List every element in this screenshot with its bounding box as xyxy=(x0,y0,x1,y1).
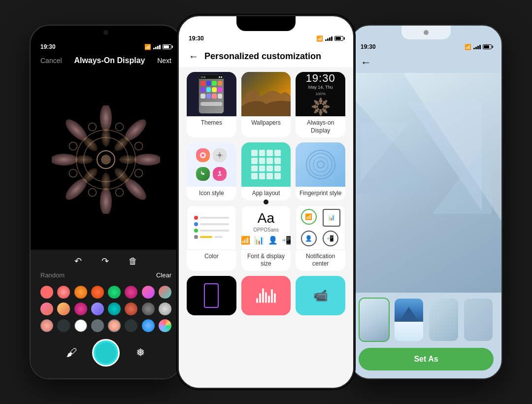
wallpaper-thumb-2[interactable] xyxy=(394,298,425,342)
color-dot-11[interactable] xyxy=(74,303,87,315)
mini-icon-3 xyxy=(196,167,210,181)
rw6 xyxy=(271,289,273,303)
phone3-back-button[interactable]: ← xyxy=(361,56,371,68)
snowflake-icon[interactable]: ❅ xyxy=(129,341,152,365)
color-dot-9[interactable] xyxy=(40,303,53,315)
color-dot-24[interactable] xyxy=(159,319,171,332)
color-dot-20[interactable] xyxy=(91,319,104,332)
phone3-status-bar: 19:30 📶 xyxy=(351,39,501,52)
phone2-header: ← Personalized customization xyxy=(179,44,353,67)
video-card[interactable]: 📹 xyxy=(296,276,345,315)
wifi-icon-3: 📶 xyxy=(465,44,471,50)
wallpaper-thumb-3[interactable] xyxy=(428,298,459,342)
ringtone-wave xyxy=(256,288,276,303)
color-dot-6[interactable] xyxy=(125,286,137,299)
fp-ripple xyxy=(306,150,335,179)
geo-shape-5 xyxy=(361,122,410,181)
color-dot-2[interactable] xyxy=(57,286,70,299)
phone2-title: Personalized customization xyxy=(204,51,321,62)
color-preview xyxy=(187,205,236,250)
color-dot-17[interactable] xyxy=(40,319,53,332)
next-button[interactable]: Next xyxy=(157,57,171,65)
notif-icon-bluetooth: 📲 xyxy=(323,231,338,246)
phone-customization: 19:30 📶 ← Personalized customization xyxy=(177,15,355,389)
notification-label: Notification center xyxy=(304,250,337,271)
random-label[interactable]: Random xyxy=(40,271,65,279)
wallpaper-thumb-4[interactable] xyxy=(463,298,494,342)
color-dot-4[interactable] xyxy=(91,286,104,299)
notif-icon-wifi: 📶 xyxy=(301,209,317,225)
theme-preview: 19:30 xyxy=(187,72,236,116)
fingerprint-card[interactable]: Fingerprint style xyxy=(296,142,345,201)
font-user-icon: 👤 xyxy=(268,236,278,245)
color-card[interactable]: Color xyxy=(187,205,236,271)
notif-icons-grid: 📶 📊 👤 📲 xyxy=(297,205,344,250)
lock-screen-card[interactable] xyxy=(187,276,236,315)
font-card[interactable]: Aa OPPOSans 📶 📊 👤 📲 Font & display size xyxy=(241,205,291,271)
redo-icon[interactable]: ↷ xyxy=(101,256,109,267)
fp-inner xyxy=(317,161,325,168)
ringtone-card[interactable] xyxy=(241,276,291,315)
color-dot-18[interactable] xyxy=(57,319,70,332)
svg-point-39 xyxy=(319,109,322,116)
brush-icon[interactable]: 🖌 xyxy=(60,341,83,365)
wallpaper-thumb-1[interactable] xyxy=(359,298,390,342)
color-dot-21[interactable] xyxy=(108,319,121,332)
svg-point-37 xyxy=(323,105,330,108)
wifi-icon-2: 📶 xyxy=(316,35,323,42)
color-dot-7[interactable] xyxy=(142,286,155,299)
capture-button[interactable] xyxy=(92,339,120,367)
undo-icon[interactable]: ↶ xyxy=(74,256,82,267)
mini-phone: 19:30 xyxy=(199,74,224,114)
bottom-cards-row: 📹 xyxy=(187,276,345,315)
app-layout-card[interactable]: App layout xyxy=(241,142,291,201)
rw4 xyxy=(265,292,267,303)
font-preview: Aa OPPOSans 📶 📊 👤 📲 xyxy=(241,205,291,250)
cc4 xyxy=(194,235,198,239)
color-dot-23[interactable] xyxy=(142,319,155,332)
svg-point-10 xyxy=(133,168,144,178)
delete-icon[interactable]: 🗑 xyxy=(129,256,137,267)
wallpapers-card[interactable]: Wallpapers xyxy=(241,72,291,137)
set-as-button[interactable]: Set As xyxy=(359,348,494,370)
clear-label[interactable]: Clear xyxy=(156,271,171,279)
svg-point-46 xyxy=(218,175,220,176)
color-dot-8[interactable] xyxy=(159,286,171,299)
lc10 xyxy=(259,166,266,172)
svg-line-48 xyxy=(220,175,220,175)
phone-wallpaper: 19:30 📶 ← xyxy=(350,25,502,379)
notification-card[interactable]: 📶 📊 👤 📲 xyxy=(296,205,345,271)
aod-mandala xyxy=(311,97,331,116)
color-dot-19[interactable] xyxy=(74,319,87,332)
color-dot-22[interactable] xyxy=(125,319,137,332)
phone3-status-icons: 📶 xyxy=(465,44,492,50)
color-dot-10[interactable] xyxy=(57,303,70,315)
color-dot-14[interactable] xyxy=(125,303,137,315)
aod-canvas[interactable] xyxy=(31,69,181,250)
signal-bars-icon-2 xyxy=(325,36,332,41)
wallpaper-preview xyxy=(241,72,291,116)
rw2 xyxy=(259,293,261,303)
color-dot-5[interactable] xyxy=(108,286,121,299)
color-dot-12[interactable] xyxy=(91,303,104,315)
back-button[interactable]: ← xyxy=(189,51,199,62)
customization-content[interactable]: 19:30 xyxy=(179,67,353,388)
themes-card[interactable]: 19:30 xyxy=(187,72,236,137)
themes-card-image: 19:30 xyxy=(187,72,236,116)
cancel-button[interactable]: Cancel xyxy=(40,57,62,65)
customization-grid-row2: Icon style xyxy=(187,142,345,201)
color-dot-3[interactable] xyxy=(74,286,87,299)
video-preview: 📹 xyxy=(296,276,345,315)
color-dot-1[interactable] xyxy=(40,286,53,299)
mountain-peak xyxy=(399,307,419,322)
rw5 xyxy=(268,296,270,303)
color-dot-16[interactable] xyxy=(159,303,171,315)
font-bluetooth-icon: 📲 xyxy=(282,236,291,245)
aod-card[interactable]: 19:30 May 14, Thu 100% xyxy=(296,72,345,137)
icon-style-card[interactable]: Icon style xyxy=(187,142,236,201)
color-dot-15[interactable] xyxy=(142,303,155,315)
ccl1 xyxy=(200,217,229,219)
color-dot-13[interactable] xyxy=(108,303,121,315)
geometric-bg xyxy=(351,73,501,293)
phone1-toolbar: ↶ ↷ 🗑 Random Clear xyxy=(31,250,181,378)
